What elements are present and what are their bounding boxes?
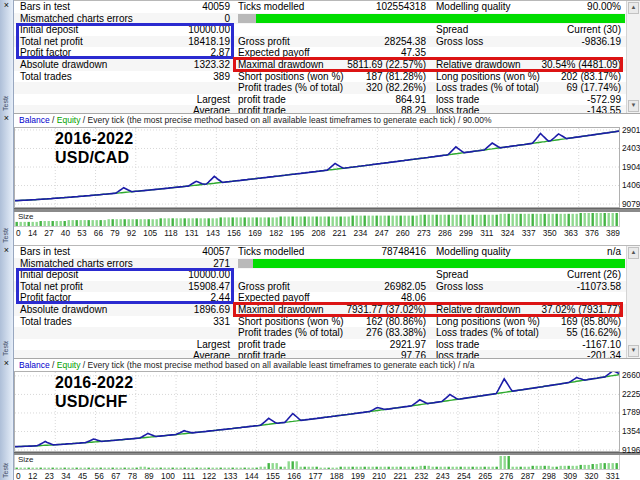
x-axis-tick: 234 [354,228,368,238]
close-panel-icon[interactable]: × [0,358,13,368]
stat-value: 30.54% (4481.09) [536,59,627,71]
report-table-panel-usdchf: × Tester Bars in test40057Ticks modelled… [0,245,640,358]
panel-dock-strip: × Tester [0,245,14,358]
x-axis-tick: 311 [480,228,493,238]
stat-label: Total net profit [14,36,178,48]
table-row: Initial deposit10000.00SpreadCurrent (26… [14,269,627,281]
report-table-panel-usdcad: × Tester Bars in test40059Ticks modelled… [0,0,640,113]
x-axis-tick: 156 [227,228,241,238]
stat-value: 88.29 [346,105,426,113]
stat-value: 37.02% (7931.77) [536,304,627,316]
x-axis-tick: 188 [330,471,344,480]
y-axis-tick: 26601 [622,370,640,380]
stat-label: profit trade [238,339,346,351]
legend-equity-label: Equity [57,360,81,370]
x-axis-tick: 56 [95,471,104,480]
stat-label: profit trade [238,94,346,106]
stat-value: Average [178,105,230,113]
y-axis-tick: 24030 [622,143,640,153]
scroll-up-button[interactable]: ▲ [628,2,639,14]
scroll-down-button[interactable]: ▼ [628,345,639,357]
legend-method-label: / Every tick (the most precise method ba… [80,360,474,370]
table-scrollbar[interactable]: ▲ ▼ [626,1,640,113]
stat-label: Gross loss [436,281,536,293]
y-axis-labels: 266012225017898135479196 [620,371,640,452]
panel-caption: Tester [2,96,9,111]
stat-label: loss trade [436,94,536,106]
stat-value: 78748416 [346,246,426,258]
x-axis-tick: 45 [78,471,87,480]
stat-label: Bars in test [14,1,178,13]
stat-label: Bars in test [14,246,178,258]
stat-label [238,24,346,36]
table-row: Initial deposit10000.00SpreadCurrent (30… [14,24,627,36]
x-axis-tick: 247 [375,228,389,238]
stat-value [536,47,627,59]
x-axis-tick: 169 [248,228,262,238]
stat-value [346,24,426,36]
x-axis-tick: 287 [521,471,535,480]
stat-label: Initial deposit [14,269,178,281]
stat-label [238,269,346,281]
stat-value: -143.55 [536,105,627,113]
close-panel-icon[interactable]: × [0,245,13,255]
stat-label [436,47,536,59]
chart-legend: Balance / Equity / Every tick (the most … [14,114,640,127]
panel-caption: Tester [2,341,9,356]
stat-label: Relative drawdown [436,59,536,71]
close-panel-icon[interactable]: × [0,113,13,123]
stat-value: 26982.05 [346,281,426,293]
panel-dock-strip: × Tester [0,358,14,480]
legend-method-label: / Every tick (the most precise method ba… [80,115,491,125]
stat-label [436,292,536,304]
x-axis-tick: 12 [28,471,37,480]
stat-label: Absolute drawdown [14,59,178,71]
chart-title-overlay: 2016-2022 USD/CAD [55,129,133,167]
stat-value: 69 (17.74%) [536,82,627,94]
stat-value: 389 [178,71,230,83]
x-axis-tick: 155 [266,471,280,480]
x-axis-tick: 182 [269,228,283,238]
x-axis-tick: 34 [61,471,70,480]
stat-label: Loss trades (% of total) [436,82,536,94]
balance-chart-usdcad: Balance / Equity / Every tick (the most … [14,113,640,245]
stat-label: Maximal drawdown [238,59,346,71]
x-axis-tick: 273 [417,228,431,238]
table-scrollbar[interactable]: ▲ ▼ [626,246,640,358]
close-panel-icon[interactable]: × [0,0,13,10]
size-label: Size [18,212,34,221]
stat-value: 1896.69 [178,304,230,316]
y-axis-tick: 22250 [622,389,640,399]
x-axis-tick: 0 [16,228,21,238]
stat-value: 10000.00 [178,24,230,36]
panel-dock-strip: × Tester [0,113,14,245]
stat-label: loss trade [436,339,536,351]
stat-label: Absolute drawdown [14,304,178,316]
y-axis-tick: 29014 [622,125,640,135]
stat-value: 187 (81.28%) [346,71,426,83]
x-axis-tick: 199 [351,471,365,480]
stat-label: Gross loss [436,36,536,48]
x-axis-tick: 363 [564,228,578,238]
stat-value: Current (30) [536,24,627,36]
lot-size-subchart: Size [14,212,620,227]
table-row: Bars in test40059Ticks modelled102554318… [14,1,627,13]
x-axis-tick: 111 [182,471,195,480]
stat-label: Loss trades (% of total) [436,327,536,339]
panel-dock-strip: × Tester [0,0,14,113]
table-row: Total trades331Short positions (won %)16… [14,316,627,328]
stat-value: -201.34 [536,350,627,358]
size-label: Size [18,455,34,464]
stat-label: profit trade [238,350,346,358]
stat-value: 2.87 [178,47,230,59]
scroll-up-button[interactable]: ▲ [628,247,639,259]
modelling-progress-bar [238,14,625,23]
x-axis-tick: 122 [202,471,216,480]
progress-unmodelled-segment [238,14,256,23]
stat-label [14,105,178,113]
x-axis-tick: 195 [290,228,304,238]
table-row: Profit factor2.87Expected payoff47.35 [14,47,627,59]
y-axis-tick: 9079 [622,199,640,209]
scroll-down-button[interactable]: ▼ [628,100,639,112]
progress-modelled-segment [253,259,625,268]
